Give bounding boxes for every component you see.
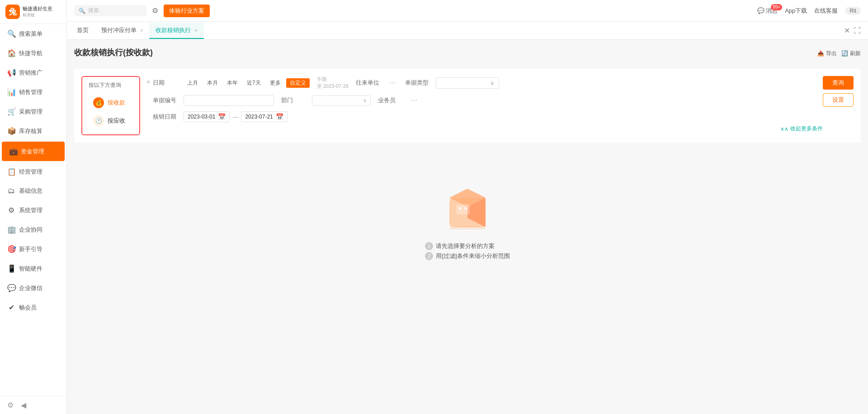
calendar-end-icon: 📅 (276, 113, 283, 120)
sidebar: 兔 畅捷通好生意 标准版 🔍 搜索菜单 🏠 快捷导航 📢 营销推广 📊 销售管理… (0, 0, 67, 414)
system-icon: ⚙ (7, 206, 15, 214)
sidebar-item-quick-nav[interactable]: 🏠 快捷导航 (0, 43, 66, 63)
settings-icon[interactable]: ⚙ (7, 401, 14, 409)
date-tab-7days[interactable]: 近7天 (243, 78, 264, 88)
receipt-icon: 💰 (93, 97, 104, 108)
toolbar-row: 📤 导出 🔄 刷新 (817, 50, 861, 57)
tab-prepay[interactable]: 预付冲应付单 × (95, 23, 149, 39)
refresh-label: 刷新 (850, 50, 861, 57)
sidebar-item-inventory[interactable]: 📦 库存核算 (0, 121, 66, 141)
app-badge: 标准版 (23, 12, 52, 18)
date-tab-custom[interactable]: 自定义 (286, 78, 310, 88)
empty-state: 1 请先选择要分析的方案 2 用[过滤]条件来缩小分析范围 (74, 148, 861, 289)
close-all-icon[interactable]: ✕ (844, 26, 850, 35)
message-badge[interactable]: 💬 消息 99+ (757, 7, 778, 15)
empty-text: 1 请先选择要分析的方案 2 用[过滤]条件来缩小分析范围 (425, 240, 509, 262)
tab-receipt-label: 收款核销执行 (156, 26, 191, 34)
verification-date-start-input[interactable]: 2023-03-01 📅 (184, 111, 230, 122)
sidebar-item-wechat[interactable]: 💬 企业微信 (0, 278, 66, 298)
collapse-sidebar-icon[interactable]: ◀ (21, 401, 26, 409)
sidebar-item-enterprise[interactable]: 🏢 企业协同 (0, 220, 66, 239)
filter-option-receipt[interactable]: 💰 按收款 (89, 94, 133, 112)
date-to: 至 2023-07-26 (317, 83, 349, 90)
tab-prepay-close[interactable]: × (140, 28, 143, 33)
user-info[interactable]: Rit (845, 7, 861, 15)
staff-more-icon[interactable]: ··· (409, 96, 420, 105)
receivable-icon: 🕐 (93, 115, 104, 126)
filter-collapse-btn[interactable]: » (144, 76, 153, 135)
svg-point-4 (459, 207, 462, 210)
counterparty-more-icon[interactable]: ··· (387, 79, 398, 87)
app-download-link[interactable]: App下载 (785, 7, 807, 15)
check-icon: ✔ (7, 303, 15, 312)
collapse-more-label: 收起更多条件 (790, 125, 823, 133)
app-logo: 兔 畅捷通好生意 标准版 (0, 0, 66, 24)
filter-option-receipt-label: 按收款 (108, 99, 125, 107)
date-range-separator: — (232, 114, 238, 120)
megaphone-icon: 📢 (7, 68, 15, 77)
query-type-title: 按以下方查询 (89, 81, 133, 89)
folder-icon: 🗂 (7, 187, 15, 195)
date-tab-more[interactable]: 更多 (266, 78, 284, 88)
online-service-link[interactable]: 在线客服 (814, 7, 838, 15)
sidebar-item-finance[interactable]: 💼 资金管理 (2, 142, 65, 161)
sidebar-item-marketing[interactable]: 📢 营销推广 (0, 63, 66, 82)
dept-select[interactable]: ∨ (312, 95, 371, 106)
sidebar-item-label: 搜索菜单 (19, 30, 42, 38)
date-nolimit: 不限 (317, 76, 349, 83)
sidebar-item-member[interactable]: ✔ 畅会员 (0, 298, 66, 317)
query-button[interactable]: 查询 (823, 76, 854, 90)
verification-date-start-value: 2023-03-01 (188, 114, 215, 120)
sidebar-item-business[interactable]: 📋 经营管理 (0, 162, 66, 181)
search-icon: 🔍 (79, 8, 85, 14)
logo-icon: 兔 (5, 5, 20, 19)
sidebar-item-label: 库存核算 (19, 127, 42, 135)
verification-date-end-input[interactable]: 2023-07-21 📅 (241, 111, 287, 122)
sidebar-item-search[interactable]: 🔍 搜索菜单 (0, 24, 66, 43)
filter-actions: 查询 设置 (823, 76, 854, 107)
empty-hint-2-text: 用[过滤]条件来缩小分析范围 (436, 252, 509, 260)
date-tab-this-month[interactable]: 本月 (203, 78, 222, 88)
date-tab-last-month[interactable]: 上月 (184, 78, 202, 88)
filter-option-receivable[interactable]: 🕐 按应收 (89, 112, 133, 130)
settings-button[interactable]: 设置 (823, 93, 854, 107)
order-type-select[interactable]: ∨ (436, 77, 499, 89)
order-type-label: 单据类型 (405, 79, 429, 87)
sidebar-item-basic[interactable]: 🗂 基础信息 (0, 181, 66, 200)
sidebar-item-label: 采购管理 (19, 108, 42, 116)
sidebar-item-sales[interactable]: 📊 销售管理 (0, 82, 66, 102)
expand-icon[interactable]: ⛶ (854, 27, 861, 35)
building-icon: 🏢 (7, 225, 15, 234)
filter-fields: 日期 上月 本月 本年 近7天 更多 自定义 (153, 76, 854, 135)
sidebar-item-purchase[interactable]: 🛒 采购管理 (0, 102, 66, 121)
gear-icon[interactable]: ⚙ (152, 6, 158, 15)
collapse-more-button[interactable]: ∧∧ 收起更多条件 (780, 125, 823, 133)
tab-receipt-close[interactable]: × (194, 28, 197, 33)
sidebar-item-label: 销售管理 (19, 88, 42, 96)
sidebar-item-label: 经营管理 (19, 168, 42, 176)
tab-receipt[interactable]: 收款核销执行 × (149, 23, 203, 39)
sidebar-item-label: 畅会员 (19, 304, 37, 312)
order-no-label: 单据编号 (153, 96, 176, 105)
empty-illustration (440, 184, 495, 229)
solution-button[interactable]: 体验行业方案 (164, 5, 210, 17)
date-tab-this-year[interactable]: 本年 (223, 78, 241, 88)
sidebar-item-hardware[interactable]: 📱 智能硬件 (0, 259, 66, 278)
refresh-button[interactable]: 🔄 刷新 (841, 50, 861, 57)
empty-hint-2: 2 用[过滤]条件来缩小分析范围 (425, 252, 509, 260)
order-no-input[interactable] (184, 95, 274, 106)
tab-home[interactable]: 首页 (71, 23, 95, 39)
target-icon: 🎯 (7, 245, 15, 253)
sidebar-bottom: ⚙ ◀ (0, 396, 66, 414)
clipboard-icon: 📋 (7, 167, 15, 176)
dept-label: 部门 (281, 96, 305, 105)
topbar-search[interactable]: 🔍 搜索 (74, 5, 146, 16)
sidebar-item-label: 系统管理 (19, 206, 42, 214)
empty-hint-1-text: 请先选择要分析的方案 (436, 242, 495, 250)
sidebar-item-guide[interactable]: 🎯 新手引导 (0, 239, 66, 259)
export-button[interactable]: 📤 导出 (817, 50, 837, 57)
sidebar-item-system[interactable]: ⚙ 系统管理 (0, 200, 66, 220)
cart-icon: 🛒 (7, 107, 15, 116)
filter-fields-main: 日期 上月 本月 本年 近7天 更多 自定义 (153, 76, 823, 133)
search-icon: 🔍 (7, 29, 15, 38)
